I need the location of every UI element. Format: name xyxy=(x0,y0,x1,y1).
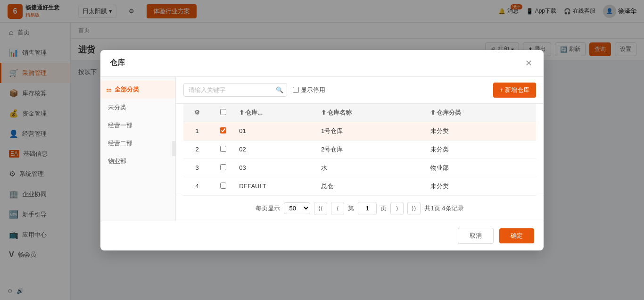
row-name: 水 xyxy=(317,158,427,177)
row-checkbox[interactable] xyxy=(220,164,226,170)
modal-body: ⚏ 全部分类 未分类 经营一部 经营二部 物业部 《 🔍 xyxy=(100,77,544,221)
row-checkbox-cell[interactable] xyxy=(211,122,235,140)
table-row[interactable]: 4 DEFAULT 总仓 未分类 xyxy=(183,177,536,195)
modal-footer: 取消 确定 xyxy=(100,221,544,250)
row-checkbox[interactable] xyxy=(220,146,226,152)
row-code: 01 xyxy=(235,122,317,140)
table-body: 1 01 1号仓库 未分类 2 02 2号仓库 未分类 3 03 水 物业部 4… xyxy=(183,122,536,195)
row-num: 3 xyxy=(183,158,211,177)
category-all-label: 全部分类 xyxy=(115,85,139,94)
search-input-wrap: 🔍 xyxy=(183,83,287,97)
category-item-property[interactable]: 物业部 xyxy=(100,152,175,170)
row-category: 未分类 xyxy=(427,140,536,158)
table-header-row: ⚙ ⬆ 仓库... xyxy=(183,104,536,122)
per-page-label: 每页显示 xyxy=(256,204,280,213)
row-checkbox[interactable] xyxy=(220,183,226,189)
category-item-unclassified[interactable]: 未分类 xyxy=(100,99,175,117)
cancel-button[interactable]: 取消 xyxy=(458,228,494,244)
category-item-ops2[interactable]: 经营二部 xyxy=(100,134,175,152)
table-row[interactable]: 3 03 水 物业部 xyxy=(183,158,536,177)
row-checkbox-cell[interactable] xyxy=(211,140,235,158)
row-checkbox-cell[interactable] xyxy=(211,177,235,195)
grid-icon: ⚏ xyxy=(106,86,112,93)
row-num: 1 xyxy=(183,122,211,140)
select-all-checkbox[interactable] xyxy=(220,109,226,115)
page-suffix: 页 xyxy=(380,204,387,213)
sort-icon: ⬆ xyxy=(239,109,244,116)
search-bar: 🔍 显示停用 + 新增仓库 xyxy=(176,77,544,104)
search-input[interactable] xyxy=(183,83,287,97)
row-category: 未分类 xyxy=(427,122,536,140)
row-code: 03 xyxy=(235,158,317,177)
show-disabled-label[interactable]: 显示停用 xyxy=(293,86,325,94)
category-all[interactable]: ⚏ 全部分类 xyxy=(100,81,175,99)
prev-page-button[interactable]: ⟨ xyxy=(331,202,344,215)
add-warehouse-button[interactable]: + 新增仓库 xyxy=(493,83,536,98)
warehouse-table-wrap: ⚙ ⬆ 仓库... xyxy=(176,104,544,196)
show-disabled-checkbox[interactable] xyxy=(293,87,299,93)
pagination: 每页显示 50 100 200 ⟨⟨ ⟨ 第 页 ⟩ ⟩⟩ 共1页,4条记录 xyxy=(176,196,544,221)
row-num: 2 xyxy=(183,140,211,158)
table-row[interactable]: 2 02 2号仓库 未分类 xyxy=(183,140,536,158)
next-page-button[interactable]: ⟩ xyxy=(390,202,404,215)
page-input[interactable] xyxy=(358,202,377,215)
modal-close-button[interactable]: ✕ xyxy=(523,58,534,69)
confirm-button[interactable]: 确定 xyxy=(499,228,534,243)
row-category: 物业部 xyxy=(427,158,536,177)
table-row[interactable]: 1 01 1号仓库 未分类 xyxy=(183,122,536,140)
search-icon[interactable]: 🔍 xyxy=(276,86,283,93)
row-num: 4 xyxy=(183,177,211,195)
th-category[interactable]: ⬆ 仓库分类 xyxy=(427,104,536,122)
last-page-button[interactable]: ⟩⟩ xyxy=(407,202,421,215)
category-collapse-button[interactable]: 《 xyxy=(172,141,176,156)
gear-th-icon: ⚙ xyxy=(194,109,200,116)
sort-icon: ⬆ xyxy=(430,109,436,116)
row-name: 1号仓库 xyxy=(317,122,427,140)
th-checkbox[interactable] xyxy=(211,104,235,122)
row-code: DEFAULT xyxy=(235,177,317,195)
warehouse-table: ⚙ ⬆ 仓库... xyxy=(183,104,536,196)
per-page-select[interactable]: 50 100 200 xyxy=(284,202,310,214)
category-panel: ⚏ 全部分类 未分类 经营一部 经营二部 物业部 《 xyxy=(100,77,176,221)
row-checkbox[interactable] xyxy=(220,127,226,133)
th-code[interactable]: ⬆ 仓库... xyxy=(235,104,317,122)
row-category: 未分类 xyxy=(427,177,536,195)
th-gear: ⚙ xyxy=(183,104,211,122)
category-item-ops1[interactable]: 经营一部 xyxy=(100,117,175,134)
row-name: 2号仓库 xyxy=(317,140,427,158)
modal-overlay[interactable]: 仓库 ✕ ⚏ 全部分类 未分类 经营一部 经营二部 物业部 《 xyxy=(0,0,644,300)
th-name[interactable]: ⬆ 仓库名称 xyxy=(317,104,427,122)
warehouse-modal: 仓库 ✕ ⚏ 全部分类 未分类 经营一部 经营二部 物业部 《 xyxy=(100,50,544,250)
row-name: 总仓 xyxy=(317,177,427,195)
row-code: 02 xyxy=(235,140,317,158)
modal-header: 仓库 ✕ xyxy=(100,50,544,77)
modal-title: 仓库 xyxy=(110,58,125,68)
total-info: 共1页,4条记录 xyxy=(424,204,463,213)
main-panel: 🔍 显示停用 + 新增仓库 ⚙ xyxy=(176,77,544,221)
row-checkbox-cell[interactable] xyxy=(211,158,235,177)
page-label: 第 xyxy=(348,204,354,213)
sort-icon: ⬆ xyxy=(321,109,326,116)
first-page-button[interactable]: ⟨⟨ xyxy=(314,202,327,215)
